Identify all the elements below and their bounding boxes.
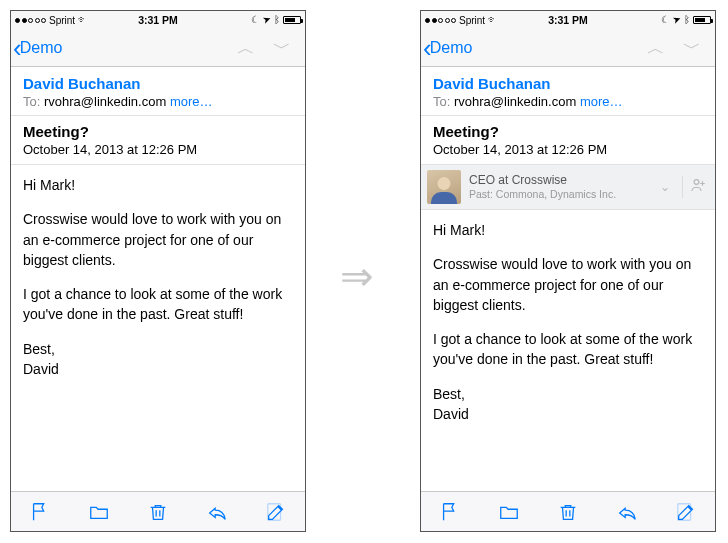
more-link[interactable]: more… [580,94,623,109]
sender-block: David Buchanan To: rvohra@linkedin.com m… [11,67,305,116]
wifi-icon: ᯤ [78,15,88,25]
do-not-disturb-icon: ☾ [251,15,260,25]
recipient-email[interactable]: rvohra@linkedin.com [454,94,576,109]
email-body: Hi Mark! Crosswise would love to work wi… [11,165,305,491]
sender-profile-banner[interactable]: CEO at Crosswise Past: Commona, Dynamics… [421,165,715,210]
email-body: Hi Mark! Crosswise would love to work wi… [421,210,715,491]
svg-point-1 [694,180,699,185]
status-bar: Sprint ᯤ 3:31 PM ☾ ➤ ᛒ [421,11,715,29]
recipient-line: To: rvohra@linkedin.com more… [23,94,293,109]
signal-dots [425,18,456,23]
body-paragraph: Crosswise would love to work with you on… [23,209,293,270]
do-not-disturb-icon: ☾ [661,15,670,25]
back-label: Demo [430,39,473,57]
transition-arrow-icon: ⇒ [340,256,374,296]
toolbar [11,491,305,531]
sender-block: David Buchanan To: rvohra@linkedin.com m… [421,67,715,116]
reply-button[interactable] [607,501,647,523]
email-date: October 14, 2013 at 12:26 PM [23,142,293,157]
trash-button[interactable] [548,501,588,523]
clock: 3:31 PM [548,14,588,26]
sender-name[interactable]: David Buchanan [23,75,293,92]
back-label: Demo [20,39,63,57]
body-paragraph: Best, David [433,384,703,425]
navbar: ‹ Demo ︿ ﹀ [421,29,715,67]
location-icon: ➤ [672,14,683,26]
subject-block: Meeting? October 14, 2013 at 12:26 PM [11,116,305,165]
expand-profile-button[interactable]: ⌄ [656,180,674,194]
to-label: To: [23,94,40,109]
next-message-button[interactable]: ﹀ [683,36,701,60]
body-paragraph: Hi Mark! [23,175,293,195]
bluetooth-icon: ᛒ [684,15,690,25]
trash-button[interactable] [138,501,178,523]
email-date: October 14, 2013 at 12:26 PM [433,142,703,157]
carrier-label: Sprint [459,15,485,26]
add-contact-button[interactable] [682,176,707,198]
body-paragraph: I got a chance to look at some of the wo… [433,329,703,370]
avatar [427,170,461,204]
subject: Meeting? [23,123,293,140]
subject: Meeting? [433,123,703,140]
signal-dots [15,18,46,23]
prev-message-button[interactable]: ︿ [647,36,665,60]
clock: 3:31 PM [138,14,178,26]
compose-button[interactable] [666,501,706,523]
reply-button[interactable] [197,501,237,523]
folder-button[interactable] [489,501,529,523]
toolbar [421,491,715,531]
more-link[interactable]: more… [170,94,213,109]
flag-button[interactable] [20,501,60,523]
location-icon: ➤ [262,14,273,26]
battery-icon [283,16,301,24]
sender-name[interactable]: David Buchanan [433,75,703,92]
recipient-line: To: rvohra@linkedin.com more… [433,94,703,109]
carrier-label: Sprint [49,15,75,26]
body-paragraph: I got a chance to look at some of the wo… [23,284,293,325]
body-paragraph: Crosswise would love to work with you on… [433,254,703,315]
next-message-button[interactable]: ﹀ [273,36,291,60]
profile-subtitle: Past: Commona, Dynamics Inc. [469,188,648,201]
compose-button[interactable] [256,501,296,523]
phone-before: Sprint ᯤ 3:31 PM ☾ ➤ ᛒ ‹ Demo ︿ ﹀ David … [10,10,306,532]
back-button[interactable]: ‹ Demo [13,35,62,61]
back-button[interactable]: ‹ Demo [423,35,472,61]
body-paragraph: Hi Mark! [433,220,703,240]
prev-message-button[interactable]: ︿ [237,36,255,60]
flag-button[interactable] [430,501,470,523]
folder-button[interactable] [79,501,119,523]
status-bar: Sprint ᯤ 3:31 PM ☾ ➤ ᛒ [11,11,305,29]
recipient-email[interactable]: rvohra@linkedin.com [44,94,166,109]
battery-icon [693,16,711,24]
phone-after: Sprint ᯤ 3:31 PM ☾ ➤ ᛒ ‹ Demo ︿ ﹀ David … [420,10,716,532]
profile-title: CEO at Crosswise [469,173,648,188]
body-paragraph: Best, David [23,339,293,380]
wifi-icon: ᯤ [488,15,498,25]
bluetooth-icon: ᛒ [274,15,280,25]
subject-block: Meeting? October 14, 2013 at 12:26 PM [421,116,715,165]
to-label: To: [433,94,450,109]
navbar: ‹ Demo ︿ ﹀ [11,29,305,67]
